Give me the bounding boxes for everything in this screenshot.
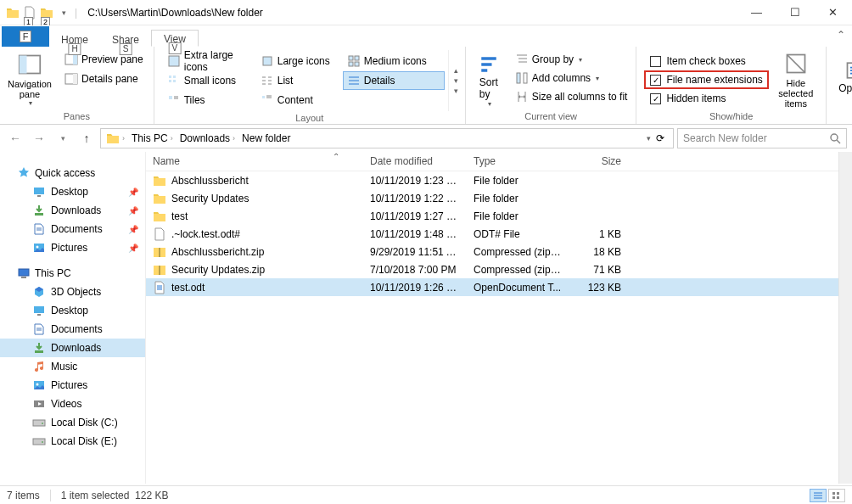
documents-icon: [32, 322, 46, 336]
back-button[interactable]: ←: [5, 128, 25, 148]
layout-content[interactable]: Content: [256, 91, 339, 109]
qat-btn-1[interactable]: 1: [22, 3, 37, 22]
checkbox-icon: [650, 56, 661, 67]
svg-rect-19: [73, 74, 77, 84]
file-row[interactable]: Security Updates.zip7/10/2018 7:00 PMCom…: [146, 260, 838, 278]
tab-share[interactable]: ShareS: [100, 31, 151, 47]
add-columns-button[interactable]: Add columns▾: [512, 69, 631, 87]
tab-home[interactable]: HomeH: [49, 31, 100, 47]
sidebar-item[interactable]: Pictures: [0, 376, 145, 395]
sidebar-item[interactable]: Downloads📌: [0, 201, 145, 220]
file-row[interactable]: test.odt10/11/2019 1:26 PMOpenDocument T…: [146, 278, 838, 296]
crumb-new-folder[interactable]: New folder: [238, 132, 294, 144]
minimize-button[interactable]: —: [737, 0, 776, 25]
search-icon: [829, 132, 841, 144]
col-date[interactable]: Date modified: [363, 155, 467, 167]
view-details-button[interactable]: [810, 489, 827, 502]
crumb-downloads[interactable]: Downloads›: [177, 132, 238, 144]
file-row[interactable]: Security Updates10/11/2019 1:22 PMFile f…: [146, 189, 838, 207]
pin-icon: 📌: [128, 244, 138, 253]
history-dropdown[interactable]: ▾: [647, 134, 651, 143]
svg-rect-25: [355, 62, 359, 66]
crumb-this-pc[interactable]: This PC›: [128, 132, 177, 144]
size-columns-button[interactable]: Size all columns to fit: [512, 87, 631, 106]
breadcrumb-box[interactable]: › This PC› Downloads› New folder ▾ ⟳: [100, 128, 674, 148]
sidebar-quick-access[interactable]: Quick access: [0, 164, 145, 182]
tab-view[interactable]: ViewV: [151, 30, 199, 47]
sidebar-item[interactable]: 3D Objects: [0, 283, 145, 301]
file-row[interactable]: Abschlussbericht10/11/2019 1:23 PMFile f…: [146, 171, 838, 189]
sidebar-scrollbar[interactable]: [838, 152, 852, 484]
maximize-button[interactable]: ☐: [776, 0, 814, 25]
sidebar-item[interactable]: Desktop📌: [0, 182, 145, 201]
sidebar-this-pc[interactable]: This PC: [0, 264, 145, 283]
options-button[interactable]: Options ▾: [832, 50, 852, 109]
ribbon-collapse-button[interactable]: ⌃: [837, 29, 845, 41]
window-title: C:\Users\Martin\Downloads\New folder: [79, 7, 737, 19]
layout-list[interactable]: List: [256, 71, 339, 90]
layout-medium-icons[interactable]: Medium icons: [343, 52, 445, 70]
layout-large-icons[interactable]: Large icons: [256, 52, 339, 70]
file-row[interactable]: Abschlussbericht.zip9/29/2019 11:51 AMCo…: [146, 243, 838, 260]
sidebar-item[interactable]: Documents📌: [0, 220, 145, 238]
sidebar-item[interactable]: Videos: [0, 395, 145, 413]
svg-rect-23: [355, 56, 359, 60]
hidden-items-toggle[interactable]: ✓Hidden items: [645, 89, 767, 108]
svg-rect-34: [832, 492, 835, 495]
layout-extra-large-icons[interactable]: Extra large icons: [163, 52, 253, 70]
col-type[interactable]: Type: [467, 155, 569, 167]
svg-rect-24: [349, 62, 353, 66]
file-extensions-toggle[interactable]: ✓File name extensions: [644, 70, 768, 89]
hide-selected-button[interactable]: Hide selected items: [771, 50, 821, 109]
checkbox-icon: ✓: [650, 75, 661, 86]
sidebar-item[interactable]: Documents: [0, 320, 145, 339]
close-button[interactable]: ✕: [814, 0, 852, 25]
sidebar-item[interactable]: Desktop: [0, 301, 145, 320]
qat-btn-2[interactable]: 2: [39, 3, 54, 22]
folder-icon: [153, 174, 166, 188]
layout-tiles[interactable]: Tiles: [163, 91, 253, 109]
navigation-pane-button[interactable]: Navigation pane ▾: [5, 50, 54, 109]
sidebar-item[interactable]: Pictures📌: [0, 238, 145, 257]
group-label-show-hide: Show/hide: [642, 109, 820, 124]
file-row[interactable]: .~lock.test.odt#10/11/2019 1:48 PMODT# F…: [146, 225, 838, 243]
downloads-icon: [32, 204, 46, 217]
col-size[interactable]: Size: [569, 155, 628, 167]
sort-by-button[interactable]: Sort by ▾: [471, 50, 507, 109]
pictures-icon: [32, 378, 46, 392]
window-titlebar: 1 2 ▾ | C:\Users\Martin\Downloads\New fo…: [0, 0, 852, 25]
item-checkboxes-toggle[interactable]: Item check boxes: [645, 52, 767, 70]
tab-file[interactable]: F: [2, 26, 49, 47]
group-by-button[interactable]: Group by▾: [512, 50, 631, 69]
details-pane-button[interactable]: Details pane: [59, 70, 149, 88]
pc-icon: [17, 266, 31, 280]
layout-small-icons[interactable]: Small icons: [163, 71, 253, 90]
svg-rect-21: [263, 57, 272, 65]
downloads-icon: [32, 341, 46, 355]
sidebar-item[interactable]: Local Disk (C:): [0, 413, 145, 432]
forward-button[interactable]: →: [29, 128, 49, 148]
layout-scroll[interactable]: ▴▾▾: [448, 50, 460, 111]
recent-button[interactable]: ▾: [53, 128, 73, 148]
refresh-button[interactable]: ⟳: [653, 132, 668, 144]
file-icon: [153, 227, 166, 241]
folder-icon: [153, 210, 166, 223]
disk-icon: [32, 416, 46, 429]
doc-icon: [153, 281, 166, 294]
search-input[interactable]: Search New folder: [677, 128, 847, 148]
ribbon-view: Navigation pane ▾ Preview pane Details p…: [0, 47, 852, 125]
view-icons-button[interactable]: [828, 489, 845, 502]
col-name[interactable]: Name⌃: [146, 155, 363, 167]
column-headers: Name⌃ Date modified Type Size: [146, 152, 838, 171]
navigation-sidebar: Quick access Desktop📌Downloads📌Documents…: [0, 152, 146, 484]
file-row[interactable]: test10/11/2019 1:27 PMFile folder: [146, 207, 838, 225]
qat-folder-icon: [5, 3, 20, 22]
sidebar-item[interactable]: Downloads: [0, 339, 145, 357]
up-button[interactable]: ↑: [76, 128, 97, 148]
sidebar-item[interactable]: Local Disk (E:): [0, 432, 145, 451]
layout-options: Extra large icons Large icons Medium ico…: [160, 50, 448, 111]
checkbox-icon: ✓: [650, 93, 661, 104]
qat-dropdown[interactable]: ▾: [56, 3, 71, 22]
layout-details[interactable]: Details: [343, 71, 445, 90]
sidebar-item[interactable]: Music: [0, 357, 145, 376]
